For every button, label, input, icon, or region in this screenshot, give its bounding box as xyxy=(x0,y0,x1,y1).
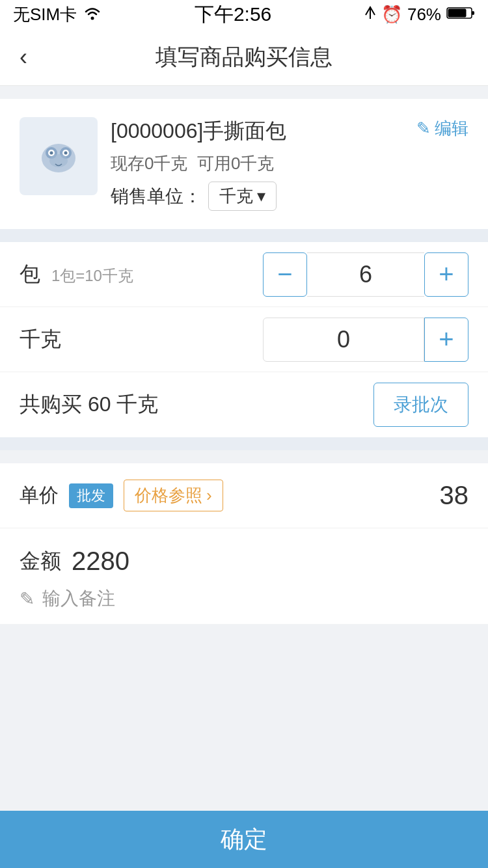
package-input-section: 包 1包=10千克 − + 千克 + xyxy=(0,242,488,372)
product-image xyxy=(20,117,98,195)
product-card: [0000006]手撕面包 现存0千克 可用0千克 销售单位： 千克 ▾ ✎ 编… xyxy=(0,99,488,229)
remark-row[interactable]: ✎ 输入备注 xyxy=(20,586,468,611)
status-right: ⏰ 76% xyxy=(364,5,475,25)
price-value: 38 xyxy=(440,481,469,510)
amount-label: 金额 xyxy=(20,547,61,576)
location-icon xyxy=(364,5,376,25)
plus-icon: + xyxy=(439,260,454,289)
section-divider-1 xyxy=(0,229,488,242)
package-input[interactable] xyxy=(307,252,424,297)
package-row: 包 1包=10千克 − + xyxy=(0,242,488,307)
pencil-icon: ✎ xyxy=(20,588,34,610)
battery-icon xyxy=(446,5,475,25)
product-stock: 现存0千克 可用0千克 xyxy=(111,152,468,175)
price-reference-button[interactable]: 价格参照 › xyxy=(124,480,223,511)
wifi-icon xyxy=(83,5,102,25)
batch-button[interactable]: 录批次 xyxy=(373,383,468,427)
price-section: 单价 批发 价格参照 › 38 xyxy=(0,463,488,528)
product-name: [0000006]手撕面包 xyxy=(111,117,468,146)
back-button[interactable]: ‹ xyxy=(20,44,27,71)
svg-point-11 xyxy=(64,152,68,155)
price-label: 单价 xyxy=(20,482,59,509)
battery-text: 76% xyxy=(407,5,441,25)
product-info: [0000006]手撕面包 现存0千克 可用0千克 销售单位： 千克 ▾ xyxy=(111,117,468,211)
svg-point-0 xyxy=(91,16,94,20)
remark-placeholder: 输入备注 xyxy=(42,586,115,611)
package-minus-button[interactable]: − xyxy=(263,252,307,297)
kg-row: 千克 + xyxy=(0,307,488,372)
package-label: 包 1包=10千克 xyxy=(20,260,263,289)
minus-icon: − xyxy=(277,260,292,289)
kg-plus-button[interactable]: + xyxy=(424,318,468,362)
package-plus-button[interactable]: + xyxy=(424,252,468,297)
status-bar: 无SIM卡 下午2:56 ⏰ 76% xyxy=(0,0,488,29)
amount-section: 金额 2280 ✎ 输入备注 xyxy=(0,528,488,624)
price-row: 单价 批发 价格参照 › 38 xyxy=(0,463,488,528)
carrier-text: 无SIM卡 xyxy=(13,3,77,26)
edit-icon: ✎ xyxy=(416,118,431,139)
kg-quantity-control: + xyxy=(263,318,468,362)
price-tag: 批发 xyxy=(69,483,113,508)
chevron-right-icon: › xyxy=(206,485,212,506)
alarm-icon: ⏰ xyxy=(381,5,402,25)
package-quantity-control: − + xyxy=(263,252,468,297)
amount-value: 2280 xyxy=(72,547,129,576)
svg-rect-3 xyxy=(472,11,474,15)
nav-bar: ‹ 填写商品购买信息 xyxy=(0,29,488,86)
amount-row: 金额 2280 xyxy=(20,547,468,576)
unit-select[interactable]: 千克 ▾ xyxy=(208,182,277,211)
summary-row: 共购买 60 千克 录批次 xyxy=(0,372,488,437)
time-display: 下午2:56 xyxy=(195,1,271,28)
status-left: 无SIM卡 xyxy=(13,3,102,26)
summary-text: 共购买 60 千克 xyxy=(20,390,158,419)
confirm-button-label: 确定 xyxy=(221,824,267,856)
chevron-down-icon: ▾ xyxy=(257,186,265,206)
section-divider-2 xyxy=(0,437,488,450)
edit-button[interactable]: ✎ 编辑 xyxy=(416,117,468,140)
plus-icon-kg: + xyxy=(439,325,454,354)
svg-point-10 xyxy=(50,152,53,155)
confirm-button[interactable]: 确定 xyxy=(0,811,488,868)
svg-rect-4 xyxy=(448,8,466,17)
page-title: 填写商品购买信息 xyxy=(156,42,332,72)
kg-label: 千克 xyxy=(20,325,263,354)
product-unit-row: 销售单位： 千克 ▾ xyxy=(111,182,468,211)
kg-input[interactable] xyxy=(263,318,424,362)
